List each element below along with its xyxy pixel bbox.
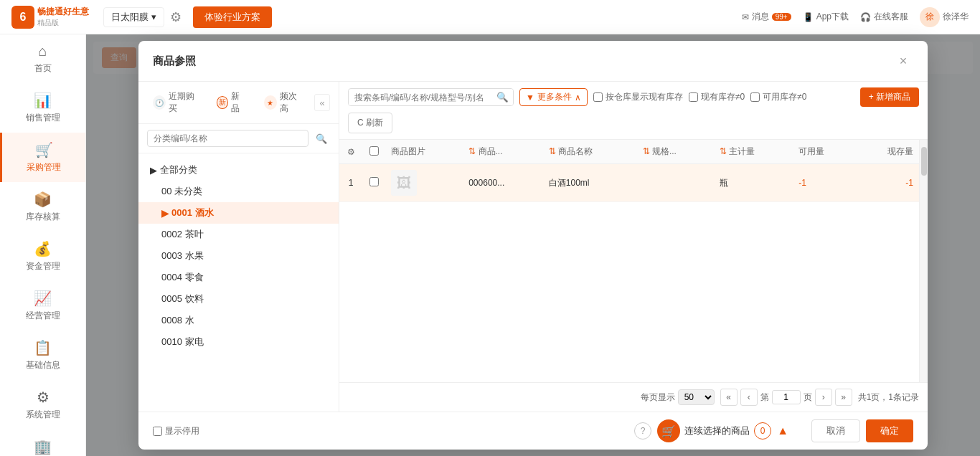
modal-overlay[interactable]: 商品参照 × 🕐 近期购买 新 bbox=[86, 34, 980, 456]
cart-icon[interactable]: 🛒 bbox=[657, 419, 680, 442]
scrollbar-thumb[interactable] bbox=[921, 147, 927, 176]
left-panel: 🕐 近期购买 新 新品 ★ 频次高 bbox=[138, 82, 339, 412]
tree-item-0005[interactable]: 0005 饮料 bbox=[138, 288, 339, 310]
logo-title: 畅捷通好生意 bbox=[37, 6, 89, 18]
tree-label-0003: 0003 水果 bbox=[161, 250, 204, 262]
product-search-input[interactable] bbox=[349, 90, 492, 105]
tree-item-0002[interactable]: 0002 茶叶 bbox=[138, 224, 339, 245]
last-page-button[interactable]: » bbox=[835, 389, 852, 406]
product-search-button[interactable]: 🔍 bbox=[492, 89, 513, 105]
prev-page-button[interactable]: ‹ bbox=[740, 389, 758, 406]
checkbox-available-input[interactable] bbox=[750, 92, 760, 102]
sidebar-label-basic: 基础信息 bbox=[26, 359, 60, 371]
checkbox-stock-input[interactable] bbox=[689, 92, 698, 102]
cell-code: 000600... bbox=[463, 164, 543, 202]
message-btn[interactable]: ✉ 消息 99+ bbox=[742, 11, 791, 23]
select-all-checkbox[interactable] bbox=[369, 146, 379, 156]
row-checkbox[interactable] bbox=[369, 177, 379, 186]
tree-label-0004: 0004 零食 bbox=[161, 271, 204, 284]
sidebar-item-system[interactable]: ⚙ 系统管理 bbox=[0, 380, 85, 429]
checkbox-warehouse[interactable]: 按仓库显示现有库存 bbox=[593, 91, 683, 103]
collapse-button[interactable]: « bbox=[314, 94, 330, 111]
col-available: 可用量 bbox=[793, 140, 856, 164]
service-btn[interactable]: 🎧 在线客服 bbox=[860, 11, 908, 23]
product-table: ⚙ 商品图片 ⇅ 商品... ⇅ 商品名称 ⇅ 规格... ⇅ 主计量 可用量 bbox=[339, 140, 919, 202]
collapse-cart-button[interactable]: ▲ bbox=[777, 424, 788, 437]
tab-new[interactable]: 新 新品 bbox=[211, 87, 253, 118]
store-selector[interactable]: 日太阳膜 ▾ bbox=[103, 7, 164, 27]
table-row[interactable]: 1 🖼 000600... 白酒100ml bbox=[339, 164, 919, 202]
trial-button[interactable]: 体验行业方案 bbox=[193, 6, 272, 28]
tree-item-0008[interactable]: 0008 水 bbox=[138, 310, 339, 331]
service-label: 在线客服 bbox=[874, 11, 908, 23]
sidebar-item-inventory[interactable]: 📦 库存核算 bbox=[0, 182, 85, 232]
sidebar-item-operations[interactable]: 📈 经营管理 bbox=[0, 281, 85, 331]
per-page-select[interactable]: 50 100 200 bbox=[678, 389, 715, 405]
product-table-scroll[interactable]: ⚙ 商品图片 ⇅ 商品... ⇅ 商品名称 ⇅ 规格... ⇅ 主计量 可用量 bbox=[339, 140, 919, 382]
product-table-area: ⚙ 商品图片 ⇅ 商品... ⇅ 商品名称 ⇅ 规格... ⇅ 主计量 可用量 bbox=[339, 140, 928, 382]
tree-item-0004[interactable]: 0004 零食 bbox=[138, 267, 339, 288]
sidebar-item-sales[interactable]: 📊 销售管理 bbox=[0, 83, 85, 133]
category-tree: ▶ 全部分类 00 未分类 ▶ 0001 酒水 0002 茶 bbox=[138, 153, 339, 412]
page-number-input[interactable] bbox=[772, 390, 801, 404]
first-page-button[interactable]: « bbox=[720, 389, 738, 406]
user-info[interactable]: 徐 徐泽华 bbox=[920, 7, 969, 27]
new-icon: 新 bbox=[217, 96, 228, 109]
sidebar-item-purchase[interactable]: 🛒 采购管理 bbox=[0, 133, 85, 182]
more-filter-button[interactable]: ▼ 更多条件 ∧ bbox=[519, 88, 588, 106]
next-page-button[interactable]: › bbox=[815, 389, 832, 406]
category-search-input[interactable] bbox=[147, 130, 308, 147]
filter-icon: ▼ bbox=[526, 92, 534, 103]
finance-icon: 💰 bbox=[34, 240, 52, 257]
tree-label-0010: 0010 家电 bbox=[161, 336, 204, 348]
cancel-button[interactable]: 取消 bbox=[811, 419, 860, 442]
checkbox-warehouse-input[interactable] bbox=[593, 92, 603, 102]
footer-actions: 取消 确定 bbox=[811, 419, 913, 442]
col-code[interactable]: ⇅ 商品... bbox=[463, 140, 543, 164]
vertical-scrollbar[interactable] bbox=[919, 140, 928, 382]
category-search-button[interactable]: 🔍 bbox=[313, 130, 330, 147]
checkbox-available-not-zero[interactable]: 可用库存≠0 bbox=[750, 91, 806, 103]
tab-recent[interactable]: 🕐 近期购买 bbox=[147, 87, 205, 118]
checkbox-stock-not-zero[interactable]: 现有库存≠0 bbox=[689, 91, 745, 103]
headphone-icon: 🎧 bbox=[860, 12, 871, 22]
cell-checkbox[interactable] bbox=[362, 164, 385, 202]
tree-label-00: 00 未分类 bbox=[161, 185, 202, 198]
tree-item-0003[interactable]: 0003 水果 bbox=[138, 245, 339, 267]
checkbox-stock-label: 现有库存≠0 bbox=[701, 91, 745, 103]
sidebar-item-finance[interactable]: 💰 资金管理 bbox=[0, 232, 85, 281]
sidebar-item-basic[interactable]: 📋 基础信息 bbox=[0, 331, 85, 380]
table-body: 1 🖼 000600... 白酒100ml bbox=[339, 164, 919, 202]
col-name[interactable]: ⇅ 商品名称 bbox=[543, 140, 637, 164]
col-checkbox[interactable] bbox=[362, 140, 385, 164]
col-settings[interactable]: ⚙ bbox=[339, 140, 362, 164]
cell-spec bbox=[637, 164, 714, 202]
sidebar-item-home[interactable]: ⌂ 首页 bbox=[0, 34, 85, 83]
tab-frequent[interactable]: ★ 频次高 bbox=[258, 87, 308, 118]
sidebar-label-finance: 资金管理 bbox=[26, 260, 60, 272]
show-disabled-checkbox[interactable]: 显示停用 bbox=[153, 425, 199, 437]
sort-arrow-spec: ⇅ bbox=[643, 146, 650, 156]
product-reference-modal: 商品参照 × 🕐 近期购买 新 bbox=[138, 41, 928, 450]
settings-icon[interactable]: ⚙ bbox=[164, 6, 187, 29]
sidebar-item-enterprise[interactable]: 🏢 企业协同 bbox=[0, 429, 85, 456]
tree-item-0010[interactable]: 0010 家电 bbox=[138, 331, 339, 353]
refresh-button[interactable]: C 刷新 bbox=[348, 113, 392, 133]
checkbox-warehouse-label: 按仓库显示现有库存 bbox=[606, 91, 683, 103]
add-product-button[interactable]: + 新增商品 bbox=[860, 87, 919, 107]
tab-frequent-label: 频次高 bbox=[280, 90, 303, 115]
tree-item-0001[interactable]: ▶ 0001 酒水 bbox=[138, 202, 339, 224]
help-button[interactable]: ? bbox=[634, 422, 651, 440]
modal-close-button[interactable]: × bbox=[893, 51, 913, 71]
logo-icon: 6 bbox=[11, 6, 34, 29]
tree-item-all[interactable]: ▶ 全部分类 bbox=[138, 159, 339, 181]
cell-unit: 瓶 bbox=[714, 164, 793, 202]
show-disabled-input[interactable] bbox=[153, 427, 162, 436]
confirm-button[interactable]: 确定 bbox=[866, 419, 913, 442]
enterprise-icon: 🏢 bbox=[34, 438, 52, 455]
app-download-btn[interactable]: 📱 App下载 bbox=[803, 11, 849, 23]
col-unit[interactable]: ⇅ 主计量 bbox=[714, 140, 793, 164]
col-spec[interactable]: ⇅ 规格... bbox=[637, 140, 714, 164]
tree-item-00[interactable]: 00 未分类 bbox=[138, 181, 339, 202]
main-content: 查询 设置 刷新 商品参照 × bbox=[86, 34, 980, 456]
